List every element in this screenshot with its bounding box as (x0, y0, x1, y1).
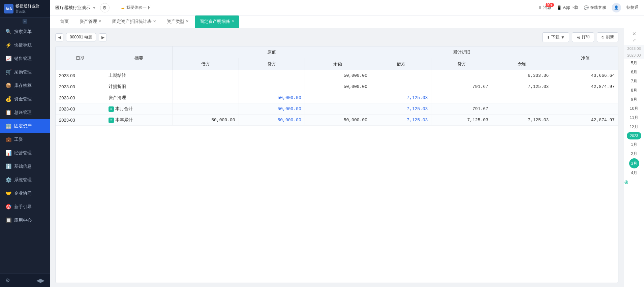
cell-summary: 资产清理 (105, 92, 173, 103)
tab-asset-detail-close[interactable]: ✕ (232, 19, 235, 24)
tab-depreciation-report[interactable]: 固定资产折旧统计表 ✕ (108, 15, 161, 28)
panel-expand-button[interactable]: ⤢ (633, 38, 636, 42)
timeline-section: 2023.03 2023.03 5月 6月 7月 8月 9月 10月 11月 1… (624, 45, 644, 185)
tab-asset-type[interactable]: 资产类型 ✕ (162, 15, 193, 28)
tab-home-label: 首页 (60, 19, 69, 25)
timeline-month-7[interactable]: 7月 (624, 77, 644, 86)
cell-net-value (552, 92, 618, 103)
tab-asset-detail[interactable]: 固定资产明细账 ✕ (195, 15, 239, 28)
cell-orig-balance: 50,000.00 (305, 70, 371, 81)
timeline-month-5[interactable]: 5月 (624, 59, 644, 68)
timeline-header2: 2023.03 (624, 52, 644, 59)
timeline-month-6[interactable]: 6月 (624, 68, 644, 77)
notifications-badge: 99+ (546, 3, 554, 7)
user-name[interactable]: 畅捷通 (626, 5, 639, 10)
cell-orig-debit: 50,000.00 (173, 115, 239, 126)
sales-icon: 📈 (5, 56, 11, 62)
sidebar-item-sales[interactable]: 📈 销售管理 (0, 52, 50, 65)
col-summary: 摘要 (105, 46, 173, 70)
tab-asset-type-close[interactable]: ✕ (186, 19, 189, 24)
timeline-month-4[interactable]: 4月 (624, 168, 644, 178)
guide-icon: 🎯 (5, 204, 11, 210)
cell-dep-debit: 7,125.03 (371, 92, 431, 103)
timeline-month-12[interactable]: 12月 (624, 122, 644, 131)
timeline-month-8[interactable]: 8月 (624, 86, 644, 95)
sidebar-item-quicknav[interactable]: ⚡ 快捷导航 (0, 38, 50, 52)
payroll-icon: 💼 (5, 136, 11, 142)
settings-bottom-icon[interactable]: ⚙ (5, 277, 10, 284)
tab-home[interactable]: 首页 (55, 15, 73, 28)
cell-dep-balance: 6,333.36 (492, 70, 552, 81)
sidebar-item-fixedassets[interactable]: 🏢 固定资产 (0, 119, 50, 133)
main-area: 医疗器械行业演示 ▼ ⚙ ☁ 我要体验一下 🖥 消息 99+ 📱 App下载 💬… (50, 0, 644, 287)
sidebar-item-payroll-label: 工资 (14, 136, 23, 142)
notifications-icon: 🖥 (538, 5, 542, 10)
prev-record-button[interactable]: ◀ (55, 33, 63, 41)
cell-dep-balance: 7,125.03 (492, 115, 552, 126)
operations-icon: 📊 (5, 150, 11, 156)
record-tag: 000001 电脑 (66, 33, 96, 41)
sidebar-item-operations[interactable]: 📊 经营管理 (0, 146, 50, 160)
logo-text: 畅捷通好业财 (16, 3, 40, 9)
sidebar-menu: 🔍 搜索菜单 ⚡ 快捷导航 📈 销售管理 🛒 采购管理 📦 库存核算 💰 资金管… (0, 25, 50, 274)
scroll-up-button[interactable]: ▲ (23, 19, 27, 24)
notifications-button[interactable]: 🖥 消息 99+ (538, 5, 551, 10)
sidebar-item-fixedassets-label: 固定资产 (14, 123, 32, 129)
sidebar-bottom: ⚙ ◀▶ (0, 274, 50, 287)
app-download-button[interactable]: 📱 App下载 (557, 5, 578, 10)
next-record-button[interactable]: ▶ (99, 33, 107, 41)
topbar-right: 🖥 消息 99+ 📱 App下载 💬 在线客服 👤 畅捷通 (538, 3, 639, 12)
experience-button[interactable]: ☁ 我要体验一下 (121, 5, 151, 10)
timeline-month-2[interactable]: 2月 (624, 149, 644, 158)
timeline-month-11[interactable]: 11月 (624, 113, 644, 122)
refresh-button[interactable]: ↻ 刷新 (597, 32, 618, 42)
timeline-scroll-down-icon[interactable]: ⊕ (624, 179, 644, 185)
cell-orig-balance (305, 103, 371, 115)
timeline-month-9[interactable]: 9月 (624, 95, 644, 104)
collapse-icon[interactable]: ◀▶ (36, 277, 44, 284)
summary-icon: ≡ (109, 118, 114, 123)
sidebar-item-ledger[interactable]: 📋 总账管理 (0, 106, 50, 119)
company-selector[interactable]: 医疗器械行业演示 ▼ (55, 5, 96, 11)
sidebar-item-funds[interactable]: 💰 资金管理 (0, 92, 50, 106)
main-panel: ◀ 000001 电脑 ▶ ⬇ 下载 ▼ 🖨 打印 ↻ (50, 28, 624, 287)
download-button[interactable]: ⬇ 下载 ▼ (542, 32, 569, 42)
tab-depreciation-report-close[interactable]: ✕ (153, 19, 156, 24)
cell-dep-credit: 7,125.03 (431, 115, 492, 126)
apps-icon: 🔲 (5, 217, 11, 223)
tab-asset-management[interactable]: 资产管理 ✕ (75, 15, 106, 28)
tab-asset-management-close[interactable]: ✕ (98, 19, 101, 24)
timeline-month-10[interactable]: 10月 (624, 104, 644, 113)
sidebar-item-quicknav-label: 快捷导航 (14, 42, 32, 48)
company-settings-button[interactable]: ⚙ (100, 3, 110, 12)
user-avatar[interactable]: 👤 (612, 3, 621, 12)
customer-service-button[interactable]: 💬 在线客服 (584, 5, 606, 10)
collab-icon: 🤝 (5, 190, 11, 196)
cell-orig-credit: 50,000.00 (239, 103, 305, 115)
print-button[interactable]: 🖨 打印 (572, 32, 594, 42)
sidebar-item-system[interactable]: ⚙️ 系统管理 (0, 173, 50, 187)
ledger-icon: 📋 (5, 109, 11, 116)
sidebar-item-payroll[interactable]: 💼 工资 (0, 133, 50, 146)
sidebar-item-collab[interactable]: 🤝 企业协同 (0, 187, 50, 200)
timeline-month-3-active[interactable]: 3月 (629, 158, 639, 168)
sidebar-item-guide[interactable]: 🎯 新手引导 (0, 200, 50, 214)
cell-date: 2023-03 (56, 92, 105, 103)
company-chevron-icon: ▼ (92, 6, 96, 10)
tab-asset-type-label: 资产类型 (167, 19, 184, 25)
timeline-month-1[interactable]: 1月 (624, 140, 644, 149)
cell-dep-credit: 791.67 (431, 103, 492, 115)
sidebar-item-sales-label: 销售管理 (14, 56, 32, 62)
print-icon: 🖨 (576, 35, 580, 40)
app-download-label: App下载 (563, 5, 578, 10)
experience-icon: ☁ (121, 5, 125, 10)
sidebar-item-purchase[interactable]: 🛒 采购管理 (0, 65, 50, 79)
sidebar-item-search[interactable]: 🔍 搜索菜单 (0, 25, 50, 38)
sidebar-item-apps[interactable]: 🔲 应用中心 (0, 214, 50, 227)
customer-service-label: 在线客服 (590, 5, 606, 10)
panel-close-button[interactable]: ✕ (632, 31, 636, 36)
sidebar-item-inventory[interactable]: 📦 库存核算 (0, 79, 50, 92)
sidebar-item-inventory-label: 库存核算 (14, 83, 32, 89)
cell-orig-credit: 50,000.00 (239, 115, 305, 126)
sidebar-item-basicinfo[interactable]: ℹ️ 基础信息 (0, 160, 50, 173)
